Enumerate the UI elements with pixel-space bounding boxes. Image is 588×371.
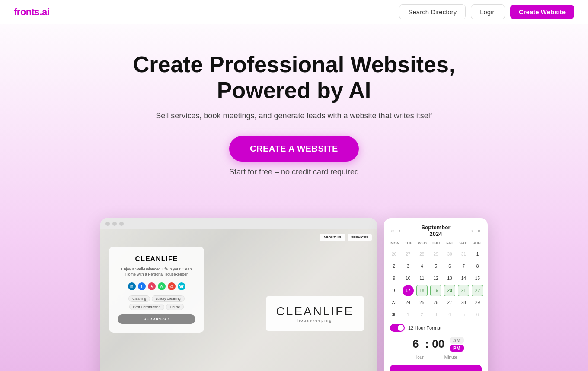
cal-day[interactable]: 24 [403, 297, 414, 308]
login-button[interactable]: Login [471, 4, 505, 19]
cal-day[interactable]: 10 [403, 273, 414, 284]
cal-day[interactable]: 30 [389, 309, 400, 320]
preview-navbar: ABOUT US SERVICES [320, 234, 372, 241]
cal-prev-group: « ‹ [389, 226, 402, 235]
instagram-icon: ★ [148, 282, 156, 290]
cal-day[interactable]: 13 [444, 273, 455, 284]
website-preview: ABOUT US SERVICES CLEANLIFE Enjoy a Well… [100, 218, 377, 371]
cal-prev-button[interactable]: ‹ [397, 226, 403, 235]
cal-day[interactable]: 7 [458, 261, 469, 272]
cal-day[interactable]: 3 [430, 309, 441, 320]
create-website-nav-button[interactable]: Create Website [510, 5, 574, 19]
pm-button[interactable]: PM [450, 345, 464, 352]
cal-day[interactable]: 6 [472, 309, 483, 320]
cta-subtext: Start for free – no credit card required [9, 168, 579, 177]
tag-construction: Post Construction [129, 304, 164, 310]
cal-day[interactable]: 1 [472, 249, 483, 260]
whatsapp-icon: w [158, 282, 166, 290]
cal-day[interactable]: 31 [458, 249, 469, 260]
calendar-week-5: 23 24 25 26 27 28 29 [387, 297, 484, 308]
cal-day[interactable]: 21 [458, 285, 469, 296]
search-directory-button[interactable]: Search Directory [399, 4, 466, 19]
cal-day[interactable]: 5 [458, 309, 469, 320]
cal-day[interactable]: 5 [430, 261, 441, 272]
cal-day[interactable]: 3 [403, 261, 414, 272]
cal-day[interactable]: 4 [416, 261, 428, 272]
cal-day[interactable]: 14 [458, 273, 469, 284]
linkedin-icon: in [128, 282, 136, 290]
cal-day[interactable]: 20 [444, 285, 455, 296]
calendar-week-2: 2 3 4 5 6 7 8 [387, 261, 484, 272]
tag-house: House [166, 304, 184, 310]
cal-day[interactable]: 27 [403, 249, 414, 260]
hero-section: Create Professional Websites, Powered by… [0, 24, 588, 209]
cal-day[interactable]: 16 [389, 285, 400, 296]
facebook-icon: f [138, 282, 146, 290]
cal-next-button[interactable]: › [470, 226, 475, 235]
confirm-button[interactable]: CONFIRM [390, 365, 482, 371]
time-format-toggle-row: 12 Hour Format [384, 320, 488, 333]
preview-logo-card: CLEANLIFE housekeeping [266, 296, 364, 331]
tag-cleaning: Cleaning [128, 295, 150, 302]
cal-day[interactable]: 29 [430, 249, 441, 260]
screenshots-section: ABOUT US SERVICES CLEANLIFE Enjoy a Well… [0, 209, 588, 371]
cal-day[interactable]: 2 [389, 261, 400, 272]
cal-day[interactable]: 6 [444, 261, 455, 272]
calendar-weeks: 26 27 28 29 30 31 1 2 3 4 5 6 7 8 [387, 249, 484, 320]
cal-day[interactable]: 1 [403, 309, 414, 320]
cal-day[interactable]: 25 [416, 297, 428, 308]
calendar-week-6: 30 1 2 3 4 5 6 [387, 309, 484, 320]
cal-day[interactable]: 26 [430, 297, 441, 308]
calendar-preview: « ‹ September 2024 › » MON TUE WED THU F… [384, 218, 488, 371]
preview-nav-services[interactable]: SERVICES [348, 234, 372, 241]
cal-day[interactable]: 12 [430, 273, 441, 284]
cal-day[interactable]: 23 [389, 297, 400, 308]
cal-day[interactable]: 19 [430, 285, 441, 296]
cal-day[interactable]: 28 [416, 249, 428, 260]
toggle-label: 12 Hour Format [408, 325, 441, 330]
cal-day[interactable]: 22 [472, 285, 483, 296]
hero-headline: Create Professional Websites, Powered by… [99, 52, 489, 104]
time-minute[interactable]: 00 [431, 337, 446, 351]
browser-bar [100, 218, 377, 229]
mail-icon: @ [168, 282, 176, 290]
cal-prev-prev-button[interactable]: « [389, 226, 396, 235]
panel-socials: in f ★ w @ ☎ [118, 282, 195, 290]
cal-next-next-button[interactable]: » [476, 226, 483, 235]
calendar-grid: MON TUE WED THU FRI SAT SUN 26 27 28 29 … [384, 239, 488, 320]
cta-button[interactable]: CREATE A WEBSITE [229, 136, 359, 162]
cal-day[interactable]: 8 [472, 261, 483, 272]
cal-day[interactable]: 11 [416, 273, 428, 284]
panel-tags: Cleaning Luxury Cleaning Post Constructi… [118, 295, 195, 310]
cal-day[interactable]: 28 [458, 297, 469, 308]
calendar-month-year: September 2024 [421, 224, 450, 238]
cal-day[interactable]: 18 [416, 285, 428, 296]
toggle-knob [398, 325, 404, 331]
tag-luxury: Luxury Cleaning [152, 295, 185, 302]
browser-dot-1 [105, 222, 110, 226]
navbar: fronts.ai Search Directory Login Create … [0, 0, 588, 24]
browser-dot-3 [119, 222, 124, 226]
ampm-group: AM PM [450, 337, 464, 352]
cal-next-group: › » [470, 226, 483, 235]
calendar-day-headers: MON TUE WED THU FRI SAT SUN [387, 239, 484, 247]
cal-day-today[interactable]: 17 [403, 285, 414, 296]
panel-desc: Enjoy a Well-Balanced Life in your Clean… [118, 266, 195, 277]
preview-nav-about[interactable]: ABOUT US [320, 234, 345, 241]
time-format-toggle[interactable] [390, 324, 405, 332]
services-button[interactable]: SERVICES › [118, 314, 195, 324]
cal-day[interactable]: 15 [472, 273, 483, 284]
preview-left-panel: CLEANLIFE Enjoy a Well-Balanced Life in … [109, 247, 204, 333]
time-hour[interactable]: 6 [408, 337, 423, 351]
logo: fronts.ai [14, 6, 49, 18]
hour-label: Hour [414, 355, 424, 360]
hero-subheadline: Sell services, book meetings, and genera… [9, 111, 579, 120]
cal-day[interactable]: 4 [444, 309, 455, 320]
cal-day[interactable]: 29 [472, 297, 483, 308]
cal-day[interactable]: 30 [444, 249, 455, 260]
cal-day[interactable]: 26 [389, 249, 400, 260]
am-button[interactable]: AM [450, 337, 464, 344]
cal-day[interactable]: 9 [389, 273, 400, 284]
cal-day[interactable]: 27 [444, 297, 455, 308]
cal-day[interactable]: 2 [416, 309, 428, 320]
